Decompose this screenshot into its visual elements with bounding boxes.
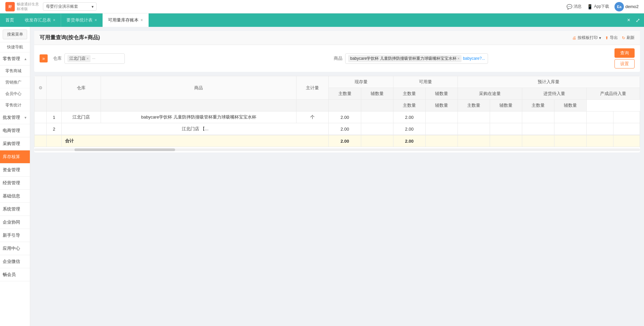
sidebar-item-retail-mall[interactable]: 零售商城: [0, 65, 30, 77]
query-button-group: 查询 设置: [614, 48, 635, 68]
th-incoming-aux: 辅数量: [490, 100, 522, 111]
td-current-main: 2.00: [329, 111, 361, 123]
sidebar-item-system[interactable]: 系统管理: [0, 203, 30, 216]
sidebar-item-members[interactable]: 会员中心: [0, 88, 30, 100]
nav-tabs-bar: 首页 收发存汇总表 × 要货单统计表 × 可用量库存账本 × × ⤢: [0, 13, 644, 27]
tf-current-aux: [361, 135, 393, 147]
table-panel: ⚙ 仓库 商品 主计量 现存量 可用量 预计入库量 主数量 辅数: [34, 76, 640, 152]
sidebar-item-retail-mgmt[interactable]: 零售管理 ▲: [0, 52, 30, 65]
message-button[interactable]: 💬 消息: [567, 4, 582, 9]
tab-home[interactable]: 首页: [0, 13, 19, 27]
sidebar-item-purchase[interactable]: 采购管理: [0, 137, 30, 150]
export-button[interactable]: ⬆ 导出: [605, 35, 618, 41]
search-menu-button[interactable]: 搜索菜单: [3, 30, 27, 39]
th-warehouse: 仓库: [62, 76, 101, 100]
sidebar-item-ecommerce[interactable]: 电商管理: [0, 124, 30, 137]
scrollbar-thumb[interactable]: [74, 148, 175, 151]
sidebar-item-enterprise[interactable]: 企业协同: [0, 216, 30, 229]
sidebar-item-inventory[interactable]: 库存核算: [0, 150, 30, 164]
tf-empty2: [47, 135, 62, 147]
group-summary-row: 2 江北门店 【... 2.00 2.00: [35, 123, 640, 135]
th-empty1: [35, 100, 47, 111]
remove-product-tag[interactable]: ×: [458, 56, 460, 60]
td-incoming-main: [522, 111, 554, 123]
td-avail-aux: [425, 111, 458, 123]
tf-avail-main: 2.00: [393, 135, 425, 147]
sidebar-item-operations[interactable]: 经营管理: [0, 177, 30, 190]
tab-available-stock[interactable]: 可用量库存账本 ×: [103, 13, 149, 27]
table-scrollbar[interactable]: [34, 148, 640, 151]
table-header-row-1: ⚙ 仓库 商品 主计量 现存量 可用量 预计入库量: [35, 76, 640, 88]
td-avail-main: 2.00: [393, 111, 425, 123]
th-empty6: [329, 100, 361, 111]
top-header: 好 畅捷通好生意 标准版 母婴行业演示账套 ▾ 💬 消息 📱 App下载 Ea …: [0, 0, 644, 13]
gd-avail-aux: [425, 123, 458, 135]
export-icon: ⬆: [605, 36, 608, 40]
table-header-row-3: 主数量 辅数量 主数量 辅数量 主数量 辅数量: [35, 100, 640, 111]
td-product-aux: [613, 111, 640, 123]
product-input[interactable]: babycare学饮杯 儿童防摔防撞吸管杯重力球吸嘴杯宝宝水杯 × babyca…: [345, 53, 488, 64]
query-actions: 🖨 按模板打印 ▾ ⬆ 导出 ↻ 刷新: [572, 35, 635, 41]
sidebar-item-wholesale-mgmt[interactable]: 批发管理 ▼: [0, 111, 30, 124]
gd-current-aux: [361, 123, 393, 135]
remove-warehouse-tag[interactable]: ×: [87, 56, 89, 60]
user-profile[interactable]: Ea demo2: [614, 2, 639, 11]
logo-text: 畅捷通好生意 标准版: [17, 2, 39, 11]
tf-label: 合计: [62, 135, 329, 147]
query-button[interactable]: 查询: [614, 48, 635, 58]
tf-purchase-aux: [490, 135, 522, 147]
expand-icon-wholesale: ▼: [24, 116, 27, 120]
close-tab-receive[interactable]: ×: [53, 18, 55, 22]
expand-filter-button[interactable]: »: [40, 54, 48, 62]
sidebar-item-members-pro[interactable]: 畅会员: [0, 268, 30, 281]
expand-button[interactable]: ⤢: [634, 16, 641, 25]
gd-current-main: 2.00: [329, 123, 361, 135]
industry-selector[interactable]: 母婴行业演示账套 ▾: [43, 2, 97, 11]
sidebar-item-quick-nav[interactable]: 快捷导航: [0, 42, 30, 52]
tf-avail-aux: [425, 135, 458, 147]
refresh-button[interactable]: ↻ 刷新: [622, 35, 635, 41]
settings-button[interactable]: 设置: [614, 59, 635, 68]
td-current-aux: [361, 111, 393, 123]
th-product-pending: 产成品待入量: [587, 88, 640, 100]
header-right: 💬 消息 📱 App下载 Ea demo2: [567, 2, 639, 11]
close-all-tabs-button[interactable]: ×: [626, 16, 632, 25]
gd-purchase-aux: [490, 123, 522, 135]
sidebar-item-basic-info[interactable]: 基础信息: [0, 190, 30, 203]
close-tab-stock[interactable]: ×: [141, 18, 143, 22]
data-table: ⚙ 仓库 商品 主计量 现存量 可用量 预计入库量 主数量 辅数: [34, 76, 640, 147]
th-purchase-main: 主数量: [393, 100, 425, 111]
app-download-button[interactable]: 📱 App下载: [587, 4, 609, 9]
td-purchase-main: [458, 111, 490, 123]
query-panel: 可用量查询(按仓库+商品) 🖨 按模板打印 ▾ ⬆ 导出 ↻: [34, 31, 640, 72]
sidebar-item-finance[interactable]: 资金管理: [0, 164, 30, 177]
th-unit: 主计量: [297, 76, 329, 100]
message-icon: 💬: [567, 4, 572, 9]
th-current-stock: 现存量: [329, 76, 393, 88]
print-template-button[interactable]: 🖨 按模板打印 ▾: [572, 35, 601, 41]
sidebar-item-wechat[interactable]: 企业微信: [0, 255, 30, 268]
gd-purchase-main: [458, 123, 490, 135]
page-title: 可用量查询(按仓库+商品): [40, 34, 100, 41]
sidebar-item-marketing[interactable]: 营销推广: [0, 77, 30, 88]
table-footer-row: 合计 2.00 2.00: [35, 135, 640, 147]
gd-avail-main: 2.00: [393, 123, 425, 135]
product-label: 商品: [334, 55, 342, 61]
tab-receive-summary[interactable]: 收发存汇总表 ×: [19, 13, 61, 27]
th-product-aux: 辅数量: [554, 100, 587, 111]
th-incoming-pending: 进货待入量: [522, 88, 587, 100]
tab-order-stats[interactable]: 要货单统计表 ×: [61, 13, 103, 27]
table-row: 1 江北门店 babycare学饮杯 儿童防摔防撞吸管杯重力球吸嘴杯宝宝水杯 个…: [35, 111, 640, 123]
table-settings-icon[interactable]: ⚙: [39, 85, 43, 90]
nav-tabs-right: × ⤢: [626, 16, 644, 25]
close-tab-order[interactable]: ×: [95, 18, 97, 22]
page-content: 可用量查询(按仓库+商品) 🖨 按模板打印 ▾ ⬆ 导出 ↻: [30, 27, 644, 326]
sidebar-item-app-center[interactable]: 应用中心: [0, 242, 30, 255]
sidebar-item-retail-stats[interactable]: 零售统计: [0, 100, 30, 111]
warehouse-input[interactable]: 江北门店 × ···: [64, 53, 125, 64]
sidebar-item-newbie[interactable]: 新手引导: [0, 229, 30, 242]
th-avail-aux-qty: 辅数量: [425, 88, 458, 100]
tf-incoming-main: [522, 135, 554, 147]
td-unit: 个: [297, 111, 329, 123]
tf-current-main: 2.00: [329, 135, 361, 147]
